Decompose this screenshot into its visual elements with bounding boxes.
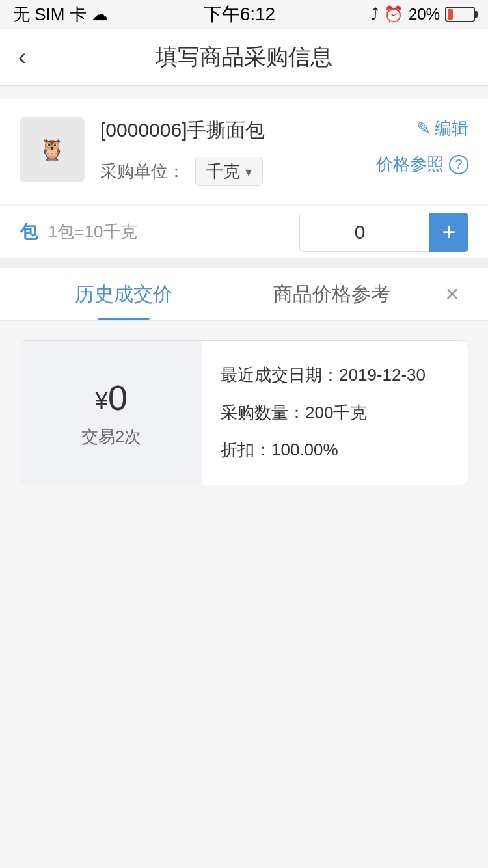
purchase-quantity-value: 200千克: [305, 403, 367, 422]
product-card: 🦉 [0000006]手撕面包 采购单位： 千克 ▾ ✎ 编辑 价格参照: [0, 99, 488, 204]
status-bar: 无 SIM 卡 ☁ 下午6:12 ⤴ ⏰ 20%: [0, 0, 488, 29]
quantity-section: 包 1包=10千克 +: [0, 206, 488, 258]
quantity-label-group: 包 1包=10千克: [20, 220, 137, 245]
location-icon: ⤴: [371, 5, 379, 23]
purchase-quantity-label: 采购数量：: [221, 403, 305, 422]
section-divider: [0, 258, 488, 268]
tab-product-price-ref[interactable]: 商品价格参考: [228, 268, 436, 320]
purchase-quantity-row: 采购数量：200千克: [221, 400, 450, 427]
product-unit-row: 采购单位： 千克 ▾: [100, 157, 265, 186]
unit-label: 采购单位：: [100, 160, 185, 183]
transaction-count: 交易2次: [81, 426, 141, 448]
tab1-label: 历史成交价: [75, 281, 172, 308]
status-left: 无 SIM 卡 ☁: [13, 3, 108, 26]
no-sim-label: 无 SIM 卡 ☁: [13, 3, 108, 26]
product-actions: ✎ 编辑 价格参照 ?: [376, 117, 468, 176]
nav-bar: ‹ 填写商品采购信息: [0, 29, 488, 86]
tab-underline: [98, 318, 150, 320]
back-button[interactable]: ‹: [18, 44, 26, 71]
status-right: ⤴ ⏰ 20%: [371, 5, 475, 23]
recent-date-label: 最近成交日期：: [221, 365, 339, 385]
battery-icon: [445, 7, 475, 22]
product-info: [0000006]手撕面包 采购单位： 千克 ▾: [100, 117, 265, 186]
tab-close-button[interactable]: ×: [436, 278, 468, 310]
price-value: 0: [108, 378, 128, 417]
page-title: 填写商品采购信息: [156, 42, 332, 72]
battery-percent: 20%: [409, 5, 440, 23]
transaction-details: 最近成交日期：2019-12-30 采购数量：200千克 折扣：100.00%: [202, 341, 468, 485]
package-icon: 包: [20, 220, 38, 245]
edit-label: 编辑: [435, 117, 468, 140]
discount-value: 100.00%: [271, 440, 338, 459]
edit-icon: ✎: [416, 118, 431, 139]
currency-symbol: ¥: [95, 387, 108, 414]
battery-fill: [448, 9, 453, 20]
quantity-input[interactable]: [299, 213, 429, 252]
price-ref-label: 价格参照: [376, 153, 444, 176]
transaction-price: ¥0: [95, 377, 128, 418]
unit-value: 千克: [206, 160, 240, 183]
price-ref-button[interactable]: 价格参照 ?: [376, 153, 468, 176]
product-name: [0000006]手撕面包: [100, 117, 265, 144]
alarm-icon: ⏰: [384, 5, 403, 23]
tabs-container: 历史成交价 商品价格参考 ×: [0, 268, 488, 321]
product-left: 🦉 [0000006]手撕面包 采购单位： 千克 ▾: [20, 117, 265, 186]
discount-row: 折扣：100.00%: [221, 437, 450, 464]
edit-button[interactable]: ✎ 编辑: [416, 117, 468, 140]
thumbnail-icon: 🦉: [39, 137, 65, 162]
discount-label: 折扣：: [221, 440, 271, 459]
quantity-plus-button[interactable]: +: [429, 213, 468, 252]
content-area: ¥0 交易2次 最近成交日期：2019-12-30 采购数量：200千克 折扣：…: [0, 321, 488, 711]
quantity-input-group: +: [299, 213, 468, 252]
product-header: 🦉 [0000006]手撕面包 采购单位： 千克 ▾ ✎ 编辑 价格参照: [20, 117, 468, 186]
status-time: 下午6:12: [204, 2, 276, 27]
dropdown-arrow-icon: ▾: [245, 164, 252, 180]
recent-date-row: 最近成交日期：2019-12-30: [221, 362, 450, 389]
product-thumbnail: 🦉: [20, 117, 85, 182]
unit-selector[interactable]: 千克 ▾: [195, 157, 263, 186]
tab-history-price[interactable]: 历史成交价: [20, 268, 228, 320]
recent-date-value: 2019-12-30: [339, 365, 426, 385]
tab2-label: 商品价格参考: [273, 281, 390, 308]
info-icon: ?: [449, 155, 468, 174]
transaction-summary: ¥0 交易2次: [20, 341, 202, 485]
conversion-label: 1包=10千克: [48, 221, 137, 243]
transaction-card: ¥0 交易2次 最近成交日期：2019-12-30 采购数量：200千克 折扣：…: [20, 340, 468, 485]
